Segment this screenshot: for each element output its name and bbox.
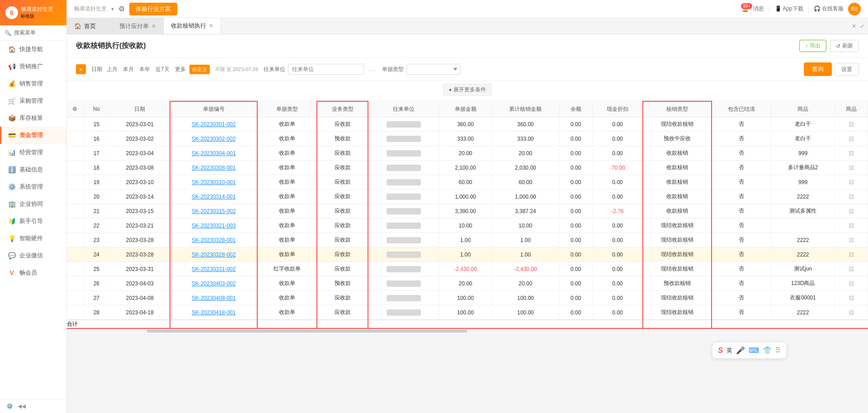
row-bill-no[interactable]: SK-20230314-001 bbox=[170, 190, 257, 204]
sidebar-item-system[interactable]: ⚙️ 系统管理 bbox=[0, 178, 66, 195]
row-cash-discount: 0.00 bbox=[592, 146, 643, 161]
row-bill-no[interactable]: SK-20230328-002 bbox=[170, 247, 257, 262]
col-settings-header[interactable]: ⚙ bbox=[67, 101, 83, 117]
notification-bell[interactable]: 🔔 99+ bbox=[742, 6, 749, 12]
row-bill-no[interactable]: SK-20230408-001 bbox=[170, 291, 257, 305]
row-bill-no[interactable]: SK-20230308-001 bbox=[170, 161, 257, 175]
app-download-link[interactable]: 📱 App下载 bbox=[775, 5, 803, 13]
sidebar-item-purchase[interactable]: 🛒 采购管理 bbox=[0, 92, 66, 109]
sidebar-item-hardware[interactable]: 💡 智能硬件 bbox=[0, 230, 66, 247]
bill-type-select[interactable] bbox=[406, 64, 461, 75]
row-bill-no[interactable]: SK-20230304-001 bbox=[170, 146, 257, 161]
row-bill-no[interactable]: SK-20230302-002 bbox=[170, 132, 257, 146]
sidebar-item-wechat[interactable]: 💬 企业微信 bbox=[0, 247, 66, 264]
date-options: 上月 本月 本年 近7天 更多 自定义 bbox=[105, 65, 210, 74]
row-balance: 0.00 bbox=[559, 247, 592, 262]
sidebar-settings-icon[interactable]: ⚙️ bbox=[6, 403, 13, 409]
row-include-settled: 否 bbox=[712, 247, 771, 262]
row-settings bbox=[67, 233, 83, 247]
sidebar-item-guide[interactable]: 🔰 新手引导 bbox=[0, 213, 66, 230]
footer-product bbox=[771, 320, 835, 328]
row-bill-amount: 360.00 bbox=[439, 117, 492, 132]
row-cash-discount: 0.00 bbox=[592, 262, 643, 276]
divider: | bbox=[769, 6, 770, 12]
sidebar-item-finance[interactable]: 💳 资金管理 bbox=[0, 127, 66, 144]
sidebar-item-basic[interactable]: ℹ️ 基础信息 bbox=[0, 161, 66, 178]
sidebar: 6 畅康道好生意 标推版 🔍 搜索菜单 🏠 快捷导航 📢 营销推广 💰 销售管理… bbox=[0, 0, 67, 413]
date-btn-more[interactable]: 更多 bbox=[173, 65, 188, 74]
row-bill-no[interactable]: SK-20230301-002 bbox=[170, 117, 257, 132]
sidebar-item-operations[interactable]: 📊 经营管理 bbox=[0, 144, 66, 161]
row-balance: 0.00 bbox=[559, 305, 592, 320]
filter-expand-more-button[interactable]: ▾ 展开更多条件 bbox=[443, 84, 492, 96]
table-row: 20 2023-03-14 SK-20230314-001 收款单 应收款 ██… bbox=[67, 190, 868, 204]
operations-icon: 📊 bbox=[8, 149, 16, 156]
refresh-button[interactable]: ↺ 刷新 bbox=[830, 40, 859, 52]
row-settings bbox=[67, 262, 83, 276]
messages-label[interactable]: 消息 bbox=[753, 5, 764, 13]
sidebar-item-marketing[interactable]: 📢 营销推广 bbox=[0, 58, 66, 75]
online-support-link[interactable]: 🎧 在线客服 bbox=[814, 5, 844, 13]
row-cancel-type: 现结收款核销 bbox=[643, 305, 712, 320]
date-filter-label: 日期 bbox=[91, 66, 102, 73]
setting-button[interactable]: 设置 bbox=[835, 63, 859, 76]
row-settings bbox=[67, 190, 83, 204]
row-product-img: 🖼 bbox=[835, 204, 868, 218]
row-cash-discount: 0.00 bbox=[592, 233, 643, 247]
dropdown-arrow-icon[interactable]: ▾ bbox=[111, 6, 114, 12]
date-btn-last-month[interactable]: 上月 bbox=[105, 65, 119, 74]
sidebar-item-quick[interactable]: 🏠 快捷导航 bbox=[0, 41, 66, 58]
search-icon: 🔍 bbox=[5, 30, 11, 36]
sidebar-item-sales[interactable]: 💰 销售管理 bbox=[0, 75, 66, 92]
export-icon: ↑ bbox=[805, 43, 808, 49]
tab-home[interactable]: 🏠 首页 bbox=[67, 18, 112, 34]
query-button[interactable]: 查询 bbox=[804, 62, 832, 76]
row-bill-no[interactable]: SK-20230403-002 bbox=[170, 276, 257, 291]
partner-search-input[interactable] bbox=[288, 64, 364, 75]
row-bill-no[interactable]: SK-20230418-001 bbox=[170, 305, 257, 320]
solution-button[interactable]: 体验行业方案 bbox=[129, 3, 177, 15]
footer-bill-amount bbox=[439, 320, 492, 328]
tab-receipts-close[interactable]: ✕ bbox=[209, 23, 213, 29]
row-bill-amount: 1.00 bbox=[439, 247, 492, 262]
sidebar-collapse-icon[interactable]: ◀◀ bbox=[18, 403, 26, 409]
row-date: 2023-03-01 bbox=[110, 117, 170, 132]
scrollbar-thumb[interactable] bbox=[147, 330, 467, 332]
page-content: 收款核销执行(按收款) ↑ 导出 ↺ 刷新 » 日期 上月 本月 本 bbox=[67, 34, 868, 413]
topbar-settings-icon[interactable]: ⚙ bbox=[118, 5, 125, 13]
row-bill-no[interactable]: SK-20230315-002 bbox=[170, 204, 257, 218]
row-biz-type: 预收款 bbox=[317, 276, 368, 291]
sidebar-search[interactable]: 🔍 搜索菜单 bbox=[0, 25, 66, 41]
sidebar-item-member[interactable]: V 畅会员 bbox=[0, 264, 66, 281]
tab-payable[interactable]: 预计应付单 ✕ bbox=[112, 18, 164, 34]
sidebar-item-enterprise[interactable]: 🏢 企业协同 bbox=[0, 195, 66, 213]
date-btn-this-month[interactable]: 本月 bbox=[121, 65, 136, 74]
table-settings-icon[interactable]: ⚙ bbox=[72, 106, 77, 112]
date-custom-button[interactable]: 自定义 bbox=[189, 65, 210, 74]
row-bill-amount: -2,430.00 bbox=[439, 262, 492, 276]
date-btn-this-year[interactable]: 本年 bbox=[137, 65, 152, 74]
row-biz-type: 应收款 bbox=[317, 146, 368, 161]
row-partner: ████████ bbox=[368, 262, 439, 276]
system-icon: ⚙️ bbox=[8, 183, 16, 190]
sidebar-item-inventory[interactable]: 📦 库存核算 bbox=[0, 109, 66, 127]
export-button[interactable]: ↑ 导出 bbox=[799, 40, 826, 52]
date-btn-7days[interactable]: 近7天 bbox=[154, 65, 171, 74]
tab-payable-close[interactable]: ✕ bbox=[151, 23, 156, 29]
expand-icon[interactable]: ⤢ bbox=[860, 23, 864, 29]
horizontal-scrollbar[interactable] bbox=[67, 329, 868, 332]
row-bill-no[interactable]: SK-20230328-001 bbox=[170, 233, 257, 247]
tab-receipts[interactable]: 收款核销执行 ✕ bbox=[164, 18, 221, 34]
row-biz-type: 应收款 bbox=[317, 161, 368, 175]
row-cash-discount: 0.00 bbox=[592, 132, 643, 146]
user-avatar[interactable]: Rit bbox=[848, 3, 861, 15]
row-date: 2023-03-10 bbox=[110, 175, 170, 190]
row-bill-no[interactable]: SK-20230310-001 bbox=[170, 175, 257, 190]
row-bill-no[interactable]: SK-20230321-003 bbox=[170, 218, 257, 233]
row-bill-no[interactable]: SK-20230331-002 bbox=[170, 262, 257, 276]
col-no-header: No bbox=[83, 101, 110, 117]
close-all-icon[interactable]: ✕ bbox=[852, 23, 856, 29]
filter-expand-button[interactable]: » bbox=[76, 64, 86, 74]
table-row: 22 2023-03-21 SK-20230321-003 收款单 应收款 ██… bbox=[67, 218, 868, 233]
row-bill-type: 收款单 bbox=[257, 233, 317, 247]
